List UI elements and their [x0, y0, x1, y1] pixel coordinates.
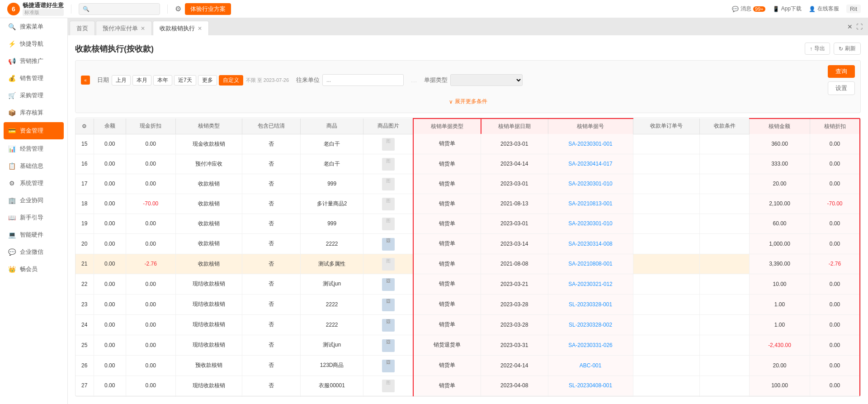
col-receipt-order-no: 收款单订单号	[633, 119, 700, 134]
expand-more-btn[interactable]: ∨ 展开更多条件	[81, 98, 855, 105]
sidebar-item-guide[interactable]: 📖 新手引导	[0, 209, 67, 226]
cell-bill-no[interactable]: SA-20230414-017	[548, 154, 633, 174]
cell-goods: 123D商品	[301, 355, 363, 375]
search-bar[interactable]: 🔍	[79, 3, 160, 15]
chevron-down-icon: ∨	[449, 99, 453, 105]
sidebar-item-purchase[interactable]: 🛒 采购管理	[0, 87, 67, 104]
tab-writeoff[interactable]: 收款核销执行 ✕	[153, 21, 209, 35]
cell-bill-no[interactable]: SA-20210808-001	[548, 254, 633, 274]
cell-bill-no[interactable]: ABC-001	[548, 355, 633, 375]
col-receipt-condition: 收款条件	[700, 119, 750, 134]
top-bar: 6 畅捷通谱好生意 标准版 🔍 ⚙ 体验行业方案 💬 消息 99+ 📱 App下…	[0, 0, 868, 18]
cell-receipt-condition	[700, 314, 750, 335]
app-download-button[interactable]: 📱 App下载	[773, 5, 802, 13]
bill-no-link[interactable]: SA-20230301-010	[568, 220, 612, 227]
online-service-button[interactable]: 👤 在线客服	[809, 5, 839, 13]
refresh-button[interactable]: ↻ 刷新	[834, 43, 861, 55]
bill-no-link[interactable]: SA-20230414-017	[568, 161, 612, 167]
cell-bill-no[interactable]: SA-20210813-001	[548, 194, 633, 214]
cell-bill-no[interactable]: SA-20230331-026	[548, 335, 633, 355]
marketing-nav-icon: 📢	[7, 57, 16, 65]
bill-no-link[interactable]: SL-20230408-001	[569, 382, 612, 389]
cell-writeoff-discount: 0.00	[810, 134, 860, 154]
cell-writeoff-type: 收款核销	[175, 174, 242, 194]
cell-no: 16	[75, 154, 94, 174]
date-this-year-btn[interactable]: 本年	[153, 75, 172, 86]
close-writeoff-tab-icon[interactable]: ✕	[198, 25, 202, 32]
sidebar-item-management[interactable]: 📊 经营管理	[0, 140, 67, 157]
table-row: 20 0.00 0.00 收款核销 否 2222 🖼 销货单 2023-03-1…	[75, 233, 860, 254]
cell-balance: 0.00	[94, 294, 126, 314]
cell-included-settled: 否	[242, 294, 301, 314]
quick-nav-icon: ⚡	[7, 40, 16, 48]
voucher-type-filter: 单据类型	[424, 74, 523, 86]
sidebar-item-enterprise[interactable]: 🏢 企业协同	[0, 192, 67, 209]
cell-bill-no[interactable]: SA-20230301-010	[548, 174, 633, 194]
tab-home[interactable]: 首页	[70, 21, 95, 35]
date-custom-btn[interactable]: 自定义	[219, 75, 243, 86]
gear-icon[interactable]: ⚙	[175, 5, 181, 13]
tab-close-all-icon[interactable]: ✕	[847, 23, 853, 30]
bill-no-link[interactable]: SA-20230321-012	[568, 281, 612, 287]
cell-bill-no[interactable]: SL-20230418-001	[548, 395, 633, 397]
cell-bill-no[interactable]: SL-20230328-002	[548, 314, 633, 335]
cell-receipt-order-no	[633, 214, 700, 233]
cell-bill-no[interactable]: SL-20230328-001	[548, 294, 633, 314]
cell-bill-no[interactable]: SA-20230314-008	[548, 233, 633, 254]
bill-no-link[interactable]: SL-20230328-002	[569, 322, 612, 328]
cell-bill-date: 2023-03-28	[481, 314, 548, 335]
bill-no-link[interactable]: SA-20230301-010	[568, 181, 612, 187]
close-prepay-tab-icon[interactable]: ✕	[141, 25, 145, 32]
date-7days-btn[interactable]: 近7天	[174, 75, 196, 86]
cell-writeoff-amount: -2,430.00	[749, 335, 810, 355]
voucher-type-select[interactable]	[450, 74, 523, 86]
cell-writeoff-type: 现结收款核销	[175, 274, 242, 294]
bill-no-link[interactable]: SA-20210808-001	[568, 261, 612, 267]
bill-no-link[interactable]: SA-20210813-001	[568, 200, 612, 207]
sidebar-item-member[interactable]: 👑 畅会员	[0, 261, 67, 278]
query-button[interactable]: 查询	[828, 65, 855, 78]
bill-no-link[interactable]: ABC-001	[580, 362, 602, 369]
cell-bill-type: 销货单	[413, 174, 481, 194]
solution-button[interactable]: 体验行业方案	[185, 3, 231, 15]
cell-cash-discount: 0.00	[126, 154, 175, 174]
cell-balance: 0.00	[94, 214, 126, 233]
cell-bill-no[interactable]: SA-20230301-010	[548, 214, 633, 233]
date-this-month-btn[interactable]: 本月	[132, 75, 151, 86]
sidebar-item-search[interactable]: 🔍 搜索菜单	[0, 18, 67, 35]
tab-maximize-icon[interactable]: ⛶	[856, 23, 863, 30]
message-button[interactable]: 💬 消息 99+	[732, 5, 765, 13]
date-last-month-btn[interactable]: 上月	[112, 75, 131, 86]
sidebar-item-sales[interactable]: 💰 销售管理	[0, 70, 67, 87]
sidebar-item-quick[interactable]: ⚡ 快捷导航	[0, 35, 67, 52]
sidebar-item-wechat[interactable]: 💬 企业微信	[0, 243, 67, 261]
col-goods: 商品	[301, 119, 363, 134]
bill-no-link[interactable]: SA-20230314-008	[568, 241, 612, 247]
sidebar-item-basic[interactable]: 📋 基础信息	[0, 157, 67, 175]
cell-goods-image: 🖼	[363, 233, 413, 254]
date-more-btn[interactable]: 更多	[198, 75, 217, 86]
bill-no-link[interactable]: SA-20230301-001	[568, 141, 612, 147]
tab-prepay[interactable]: 预付冲应付单 ✕	[96, 21, 152, 35]
bill-no-link[interactable]: SA-20230331-026	[568, 342, 612, 348]
sidebar-item-hardware[interactable]: 💻 智能硬件	[0, 226, 67, 243]
sidebar-item-system[interactable]: ⚙ 系统管理	[0, 175, 67, 192]
sidebar-item-finance[interactable]: 💳 资金管理	[4, 122, 64, 139]
cell-bill-no[interactable]: SA-20230321-012	[548, 274, 633, 294]
cell-bill-no[interactable]: SA-20230301-001	[548, 134, 633, 154]
table-row: 25 0.00 0.00 现结收款核销 否 测试jun 🖼 销货退货单 2023…	[75, 335, 860, 355]
cell-bill-no[interactable]: SL-20230408-001	[548, 375, 633, 395]
cell-included-settled: 否	[242, 314, 301, 335]
sidebar-item-marketing[interactable]: 📢 营销推广	[0, 52, 67, 70]
table-row: 26 0.00 0.00 预收款核销 否 123D商品 🖼 销货单 2022-0…	[75, 355, 860, 375]
cell-writeoff-discount: 0.00	[810, 355, 860, 375]
cell-included-settled: 否	[242, 335, 301, 355]
filter-collapse-button[interactable]: «	[81, 76, 90, 85]
export-button[interactable]: ↑ 导出	[805, 43, 830, 55]
bill-no-link[interactable]: SL-20230328-001	[569, 301, 612, 308]
partner-input[interactable]	[322, 74, 404, 86]
sidebar-item-inventory[interactable]: 📦 库存核算	[0, 104, 67, 121]
setting-button[interactable]: 设置	[828, 81, 855, 95]
cell-goods-image: 🖼	[363, 294, 413, 314]
col-settings[interactable]: ⚙	[75, 119, 94, 134]
